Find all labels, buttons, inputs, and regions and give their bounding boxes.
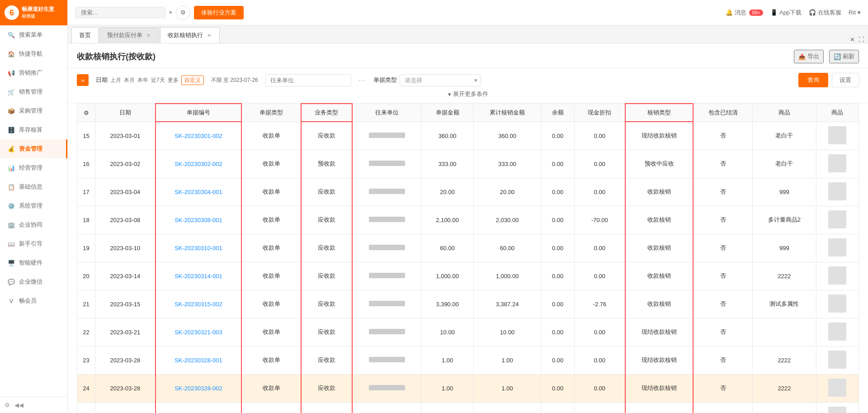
col-doc-no[interactable]: 单据编号: [156, 104, 241, 122]
cell-biz-type: 应收款: [301, 290, 352, 318]
cell-discount: 0.00: [575, 234, 625, 262]
sidebar-item-basic-label: 基础信息: [19, 183, 42, 191]
tab-home[interactable]: 首页: [71, 27, 99, 43]
doc-no-link[interactable]: SK-20230301-002: [175, 133, 222, 139]
sidebar-item-company[interactable]: 🏢 企业协同: [0, 215, 67, 234]
cell-product2: [816, 234, 859, 262]
tab-collection-close[interactable]: ✕: [206, 32, 212, 38]
doc-no-link[interactable]: SK-20230308-001: [175, 217, 222, 223]
refresh-button[interactable]: 🔄 刷新: [829, 50, 859, 63]
cell-biz-type: 应收款: [301, 346, 352, 374]
cell-product1: 多计量商品2: [752, 206, 816, 234]
cell-included: 否: [693, 290, 752, 318]
col-product1[interactable]: 商品: [752, 104, 816, 122]
col-date[interactable]: 日期: [95, 104, 156, 122]
col-discount[interactable]: 现金折扣: [575, 104, 625, 122]
table-row: 21 2023-03-15 SK-20230315-002 收款单 应收款 3,…: [77, 290, 859, 318]
col-cum-amount[interactable]: 累计核销金额: [474, 104, 541, 122]
app-download-button[interactable]: 📱 App下载: [770, 9, 802, 17]
doc-no-link[interactable]: SK-20230314-001: [175, 273, 222, 280]
sidebar-item-finance[interactable]: 💰 资金管理: [0, 139, 67, 158]
doc-no-link[interactable]: SK-20230310-001: [175, 245, 222, 252]
cell-partner: [352, 206, 421, 234]
doc-no-link[interactable]: SK-20230321-003: [175, 329, 222, 336]
industry-solution-button[interactable]: 体验行业方案: [194, 6, 244, 19]
filter-date-custom[interactable]: 自定义: [181, 76, 204, 85]
user-menu[interactable]: Rit ▾: [849, 9, 861, 16]
cell-partner: [352, 346, 421, 374]
col-doc-type[interactable]: 单据类型: [241, 104, 301, 122]
col-included[interactable]: 包含已结清: [693, 104, 752, 122]
col-balance[interactable]: 余额: [541, 104, 575, 122]
filter-date-last-month[interactable]: 上月: [110, 76, 121, 84]
sidebar-collapse-icon[interactable]: ◀◀: [14, 402, 24, 408]
sidebar-item-shortcut[interactable]: 🏠 快捷导航: [0, 44, 67, 63]
table-row: 25 2023-03-31 SK-20230331-002 红字收款单 应收款 …: [77, 402, 859, 413]
col-amount[interactable]: 单据金额: [421, 104, 474, 122]
sidebar-item-system[interactable]: ⚙️ 系统管理: [0, 196, 67, 215]
doc-no-link[interactable]: SK-20230328-001: [175, 357, 222, 364]
chevron-down-icon[interactable]: ▾: [169, 9, 172, 16]
sidebar-item-basic[interactable]: 📋 基础信息: [0, 177, 67, 196]
bell-icon: 🔔: [726, 9, 733, 16]
sidebar-item-operations[interactable]: 📊 经营管理: [0, 158, 67, 177]
col-product2[interactable]: 商品: [816, 104, 859, 122]
doctype-select[interactable]: 请选择: [400, 74, 481, 86]
sidebar-item-hardware[interactable]: 🖥️ 智能硬件: [0, 253, 67, 272]
close-all-icon[interactable]: ✕: [850, 36, 855, 43]
partner-input[interactable]: [265, 74, 351, 86]
doc-no-link[interactable]: SK-20230328-002: [175, 385, 222, 392]
sidebar-item-search[interactable]: 🔍 搜索菜单: [0, 25, 67, 44]
filter-settings-button[interactable]: 设置: [832, 73, 859, 87]
sidebar-item-finance-label: 资金管理: [19, 145, 42, 153]
chevron-down-icon-user: ▾: [858, 9, 861, 16]
tab-prepay-close[interactable]: ✕: [145, 32, 151, 38]
sidebar-item-marketing[interactable]: 📢 营销推广: [0, 63, 67, 82]
filter-date-this-month[interactable]: 本月: [124, 76, 135, 84]
col-verify-type[interactable]: 核销类型: [625, 104, 693, 122]
col-partner[interactable]: 往来单位: [352, 104, 421, 122]
sidebar-item-guide[interactable]: 📖 新手引导: [0, 234, 67, 253]
doc-no-link[interactable]: SK-20230315-002: [175, 301, 222, 308]
export-button[interactable]: 📤 导出: [794, 50, 824, 63]
cell-date: 2023-03-14: [95, 262, 156, 290]
sidebar-item-member[interactable]: V 畅会员: [0, 291, 67, 310]
filter-date-this-year[interactable]: 本年: [137, 76, 148, 84]
settings-button[interactable]: ⚙: [176, 5, 190, 20]
doc-no-link[interactable]: SK-20230304-001: [175, 189, 222, 195]
query-button[interactable]: 查询: [798, 73, 828, 87]
sidebar-settings-icon[interactable]: ⚙: [5, 402, 10, 408]
main-area: ▾ ⚙ 体验行业方案 🔔 消息 99+ 📱 App下载 🎧 在线客服 Rit ▾: [68, 0, 868, 413]
cell-balance: 0.00: [541, 402, 575, 413]
filter-toggle-button[interactable]: »: [77, 74, 89, 86]
cell-seq: 22: [77, 318, 95, 346]
cell-doc-no: SK-20230304-001: [156, 178, 241, 206]
search-input[interactable]: [75, 7, 165, 18]
filter-date-more[interactable]: 更多: [168, 76, 179, 84]
sidebar-item-sales[interactable]: 🛒 销售管理: [0, 82, 67, 101]
cell-amount: 1,000.00: [421, 262, 474, 290]
tab-prepay[interactable]: 预付款应付单 ✕: [99, 27, 159, 43]
filter-actions: 查询 设置: [798, 73, 859, 87]
sidebar-item-inventory[interactable]: 🗄️ 库存核算: [0, 120, 67, 139]
tab-collection[interactable]: 收款核销执行 ✕: [160, 27, 220, 43]
cell-verify-type: 收款核销: [625, 262, 693, 290]
cell-balance: 0.00: [541, 178, 575, 206]
sidebar-item-member-label: 畅会员: [19, 297, 37, 305]
service-button[interactable]: 🎧 在线客服: [809, 9, 841, 17]
table-container: ⚙ 日期 单据编号 单据类型 业务类型 往来单位 单据金额 累计核销金额 余额 …: [68, 103, 868, 413]
col-biz-type[interactable]: 业务类型: [301, 104, 352, 122]
sidebar-item-wechat[interactable]: 💬 企业微信: [0, 272, 67, 291]
sidebar-nav: 🔍 搜索菜单 🏠 快捷导航 📢 营销推广 🛒 销售管理 📦 采购管理 🗄️ 库存…: [0, 25, 67, 397]
cell-seq: 16: [77, 150, 95, 178]
filter-date-7days[interactable]: 近7天: [151, 76, 165, 84]
export-icon: 📤: [798, 53, 806, 60]
sidebar-item-purchase[interactable]: 📦 采购管理: [0, 101, 67, 120]
expand-icon[interactable]: ⛶: [859, 36, 864, 43]
col-settings[interactable]: ⚙: [77, 104, 95, 122]
tab-bar: 首页 预付款应付单 ✕ 收款核销执行 ✕ ✕ ⛶: [68, 25, 868, 43]
notification-button[interactable]: 🔔 消息 99+: [726, 9, 763, 17]
cell-product2: [816, 206, 859, 234]
doc-no-link[interactable]: SK-20230302-002: [175, 161, 222, 167]
expand-conditions-button[interactable]: ▾ 展开更多条件: [448, 90, 488, 98]
